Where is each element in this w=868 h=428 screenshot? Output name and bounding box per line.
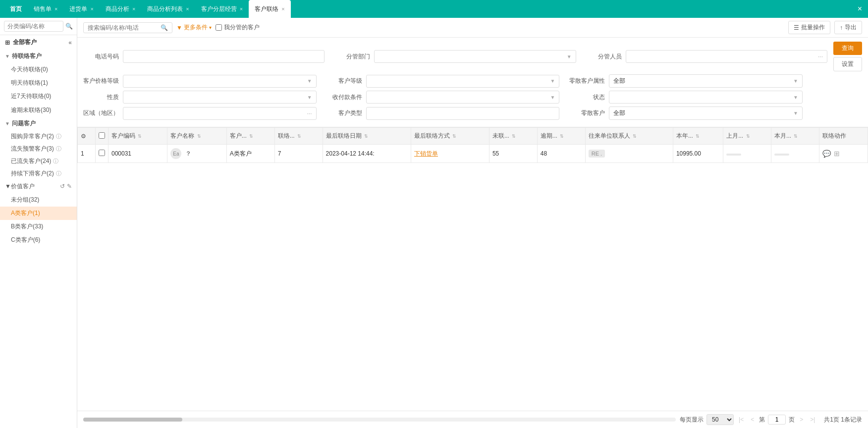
row-current-year: 10995.00: [673, 145, 723, 163]
sidebar-collapse-icon[interactable]: «: [68, 39, 72, 46]
region-input[interactable]: ···: [123, 107, 317, 120]
person-input[interactable]: ···: [626, 50, 827, 63]
export-button[interactable]: ↑ 导出: [834, 21, 862, 34]
row-uncontacted: 55: [489, 145, 537, 163]
sidebar-item-tomorrow[interactable]: 明天待联络(1): [0, 76, 77, 90]
nature-dropdown[interactable]: ▼: [123, 91, 317, 104]
current-month-sort-icon[interactable]: ⇅: [794, 134, 798, 139]
sidebar-item-churned[interactable]: 已流失客户(24) ⓘ: [0, 155, 77, 167]
sidebar-search-icon[interactable]: 🔍: [65, 23, 73, 30]
sidebar-item-ungrouped[interactable]: 未分组(32): [0, 193, 77, 207]
last-date-sort-icon[interactable]: ⇅: [364, 134, 368, 139]
name-sort-icon[interactable]: ⇅: [197, 134, 201, 139]
sidebar-item-churn-warning[interactable]: 流失预警客户(3) ⓘ: [0, 143, 77, 155]
sidebar-group-value[interactable]: ▼ 价值客户 ↺ ✎: [0, 180, 77, 193]
chat-action-icon[interactable]: 💬: [822, 150, 831, 158]
first-page-button[interactable]: |<: [737, 415, 746, 424]
more-filters-button[interactable]: ▼ 更多条件 ▾: [176, 23, 212, 32]
horizontal-scrollbar-thumb[interactable]: [83, 418, 182, 422]
filter-search-input[interactable]: [88, 24, 159, 31]
sidebar-item-class-c[interactable]: C类客户(6): [0, 233, 77, 247]
nav-purchase[interactable]: 进货单 ×: [63, 0, 99, 18]
last-month-sort-icon[interactable]: ⇅: [746, 134, 750, 139]
next-page-button[interactable]: >: [798, 415, 805, 424]
row-current-month: [771, 145, 819, 163]
nav-product-list-close[interactable]: ×: [186, 6, 189, 12]
sidebar-search-container: 🔍: [0, 18, 77, 35]
nav-sales-close[interactable]: ×: [54, 6, 57, 12]
query-button[interactable]: 查询: [833, 42, 862, 55]
adv-field-status: 状态 ▼: [569, 91, 803, 104]
price-grade-dropdown[interactable]: ▼: [123, 75, 317, 88]
refresh-icon[interactable]: ↺: [60, 183, 65, 190]
nav-customer-tier-close[interactable]: ×: [240, 6, 243, 12]
type-sort-icon[interactable]: ⇅: [249, 134, 253, 139]
per-page-select[interactable]: 50 20 100: [706, 414, 734, 425]
main-layout: 🔍 ⊞ 全部客户 « ▼ 待联络客户 今天待联络(0) 明天待联络(1) 近7天…: [0, 18, 868, 428]
my-customers-checkbox[interactable]: [216, 24, 222, 31]
last-method-sort-icon[interactable]: ⇅: [452, 134, 456, 139]
sidebar-item-overdue-uncontacted[interactable]: 逾期未联络(30): [0, 104, 77, 117]
sidebar-group-problem[interactable]: ▼ 问题客户: [0, 117, 77, 130]
current-year-sort-icon[interactable]: ⇅: [696, 134, 700, 139]
window-close-button[interactable]: ×: [856, 2, 864, 15]
nav-sales[interactable]: 销售单 ×: [28, 0, 63, 18]
adv-field-dept: 分管部门 ▼: [334, 50, 576, 63]
settings-button[interactable]: 设置: [833, 57, 862, 71]
batch-operation-button[interactable]: ☰ 批量操作: [788, 21, 830, 34]
nav-customer-contact-close[interactable]: ×: [281, 6, 284, 12]
customer-type-input[interactable]: [366, 107, 560, 120]
sidebar-group-pending[interactable]: ▼ 待联络客户: [0, 50, 77, 63]
table-row: 1 000031 Ea ？ A类客户: [78, 145, 868, 163]
overdue-sort-icon[interactable]: ⇅: [560, 134, 564, 139]
sidebar-item-class-a[interactable]: A类客户(1): [0, 207, 77, 220]
edit-icon[interactable]: ✎: [67, 183, 72, 190]
adv-field-region: 区域（地区） ···: [83, 107, 317, 120]
page-number-input[interactable]: [768, 415, 786, 425]
prev-page-button[interactable]: <: [749, 415, 756, 424]
sidebar-item-class-b[interactable]: B类客户(33): [0, 220, 77, 233]
customer-grade-arrow-icon: ▼: [550, 78, 555, 84]
payment-dropdown[interactable]: ▼: [366, 91, 560, 104]
sidebar-item-today[interactable]: 今天待联络(0): [0, 63, 77, 76]
row-checkbox[interactable]: [99, 150, 105, 156]
row-last-contact-date: 2023-04-12 14:44:: [323, 145, 411, 163]
sidebar-search-input[interactable]: [4, 21, 63, 32]
contact-person-sort-icon[interactable]: ⇅: [633, 134, 637, 139]
qr-action-icon[interactable]: ⊞: [834, 150, 840, 158]
contact-count-sort-icon[interactable]: ⇅: [297, 134, 301, 139]
nature-arrow-icon: ▼: [307, 95, 312, 100]
customer-grade-dropdown[interactable]: ▼: [366, 75, 560, 88]
sidebar-item-7days[interactable]: 近7天待联络(0): [0, 90, 77, 103]
nav-product-analysis[interactable]: 商品分析 ×: [100, 0, 141, 18]
dept-dropdown[interactable]: ▼: [374, 50, 576, 63]
col-last-month: 上月... ⇅: [723, 128, 771, 145]
code-sort-icon[interactable]: ⇅: [138, 134, 142, 139]
nav-purchase-close[interactable]: ×: [90, 6, 93, 12]
filter-search-icon[interactable]: 🔍: [161, 24, 168, 31]
phone-input[interactable]: [123, 50, 325, 63]
uncontacted-sort-icon[interactable]: ⇅: [512, 134, 516, 139]
page-label: 第: [759, 416, 765, 424]
nav-customer-contact[interactable]: 客户联络 ×: [249, 0, 290, 18]
last-contact-method-link[interactable]: 下销货单: [414, 150, 438, 157]
sidebar-item-hoarding[interactable]: 囤购异常客户(2) ⓘ: [0, 130, 77, 143]
nav-product-analysis-close[interactable]: ×: [132, 6, 135, 12]
status-dropdown[interactable]: ▼: [609, 91, 803, 104]
nav-customer-tier[interactable]: 客户分层经营 ×: [195, 0, 249, 18]
retail-attr-dropdown[interactable]: 全部 ▼: [609, 74, 803, 88]
nav-product-list[interactable]: 商品分析列表 ×: [141, 0, 195, 18]
batch-icon: ☰: [794, 24, 799, 31]
column-settings-icon[interactable]: ⚙: [81, 133, 86, 140]
last-page-button[interactable]: >|: [808, 415, 817, 424]
status-label: 状态: [569, 93, 609, 102]
col-contact-person: 往来单位联系人 ⇅: [585, 128, 673, 145]
nav-home[interactable]: 首页: [4, 0, 28, 18]
retail-dropdown[interactable]: 全部 ▼: [609, 107, 803, 120]
col-contact-count: 联络... ⇅: [274, 128, 323, 145]
sidebar-all-customers[interactable]: ⊞ 全部客户 «: [0, 35, 77, 50]
customer-grade-label: 客户等级: [326, 77, 366, 85]
select-all-checkbox[interactable]: [99, 132, 105, 139]
my-customers-checkbox-container[interactable]: 我分管的客户: [216, 23, 260, 32]
sidebar-item-declining[interactable]: 持续下滑客户(2) ⓘ: [0, 167, 77, 180]
